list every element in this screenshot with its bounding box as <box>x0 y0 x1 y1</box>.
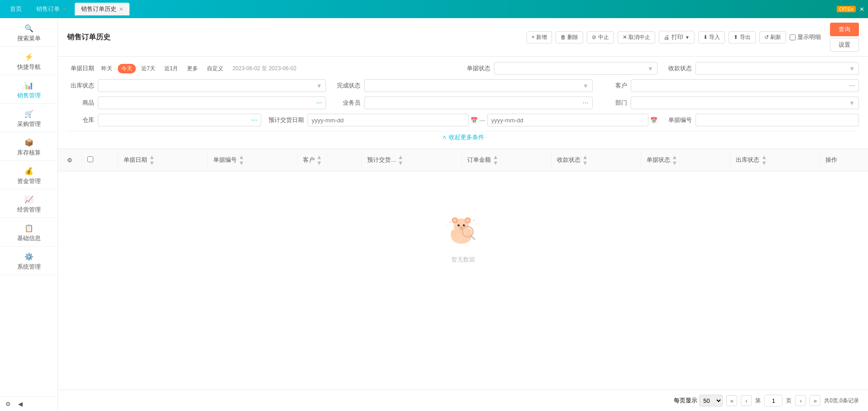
date-label: 单据日期 <box>67 64 94 73</box>
system-mgmt-icon: ⚙️ <box>24 252 34 261</box>
filter-department: 部门 ▼ <box>600 97 859 109</box>
cancel-stop-button[interactable]: ✕ 取消中止 <box>618 31 655 44</box>
first-page-button[interactable]: « <box>726 395 737 406</box>
top-bar-close-icon[interactable]: ✕ <box>859 6 864 13</box>
date-tab-more[interactable]: 更多 <box>183 64 201 73</box>
sidebar-item-operations-mgmt[interactable]: 📈 经营管理 <box>0 189 58 218</box>
export-button[interactable]: ⬆ 导出 <box>729 31 755 44</box>
stop-button[interactable]: ⊘ 中止 <box>587 31 614 44</box>
print-button[interactable]: 🖨 打印 ▼ <box>659 31 695 44</box>
pagination: 每页显示 50 100 200 « ‹ 第 页 › » 共0页,0条记录 <box>58 390 868 411</box>
refresh-button[interactable]: ↺ 刷新 <box>759 31 786 44</box>
th-payment-status[interactable]: 收款状态 ▲▼ <box>551 149 641 171</box>
page-title: 销售订单历史 <box>67 33 110 42</box>
expected-date-to[interactable] <box>487 114 648 126</box>
date-tab-custom[interactable]: 自定义 <box>203 64 227 73</box>
table-settings-icon[interactable]: ⚙ <box>63 154 76 166</box>
th-delivery-status[interactable]: 出库状态 ▲▼ <box>730 149 820 171</box>
warehouse-label: 仓库 <box>67 116 94 124</box>
th-order-status[interactable]: 单据状态 ▲▼ <box>641 149 730 171</box>
sidebar-item-finance-mgmt[interactable]: 💰 资金管理 <box>0 161 58 189</box>
prev-page-button[interactable]: ‹ <box>741 395 752 406</box>
show-detail-label: 显示明细 <box>790 33 821 41</box>
order-no-input[interactable] <box>695 114 859 126</box>
customer-ellipsis[interactable]: ··· <box>849 82 855 89</box>
filter-expected-date: 预计交货日期 📅 — 📅 <box>269 114 657 126</box>
th-date[interactable]: 单据日期 ▲▼ <box>118 149 208 171</box>
th-amount[interactable]: 订单金额 ▲▼ <box>462 149 551 171</box>
sort-delivery-status-icon: ▲▼ <box>761 154 767 166</box>
filter-date: 单据日期 昨天 今天 近7天 近1月 更多 自定义 2023-06-02 至 2… <box>67 64 456 73</box>
svg-point-7 <box>463 224 465 227</box>
warehouse-select[interactable]: ··· <box>98 114 261 126</box>
print-icon: 🖨 <box>664 34 670 41</box>
settings-button[interactable]: 设置 <box>830 38 859 52</box>
sidebar-item-inventory-check[interactable]: 📦 库存核算 <box>0 132 58 161</box>
collapse-bar[interactable]: ∧ 收起更多条件 <box>67 131 859 143</box>
warehouse-ellipsis[interactable]: ··· <box>251 116 257 124</box>
sidebar-item-sales-mgmt[interactable]: 📊 销售管理 <box>0 75 58 104</box>
page-size-select: 每页显示 50 100 200 <box>674 395 723 406</box>
tab-sales-order[interactable]: 销售订单 ✕ <box>30 3 73 15</box>
product-select[interactable]: ··· <box>98 97 326 109</box>
date-tab-1month[interactable]: 近1月 <box>161 64 182 73</box>
close-history-tab[interactable]: ✕ <box>119 6 123 12</box>
date-tab-yesterday[interactable]: 昨天 <box>98 64 116 73</box>
delivery-status-label: 出库状态 <box>67 82 94 90</box>
top-bar: 首页 销售订单 ✕ 销售订单历史 ✕ OfTEn ✕ <box>0 0 868 18</box>
salesperson-ellipsis[interactable]: ··· <box>582 99 588 106</box>
filter-order-status: 单据状态 ▼ <box>463 62 657 75</box>
delivery-status-select[interactable]: ▼ <box>98 79 326 92</box>
salesperson-select[interactable]: ··· <box>364 97 592 109</box>
tab-home[interactable]: 首页 <box>4 3 28 15</box>
sort-payment-status-icon: ▲▼ <box>582 154 588 166</box>
th-expected-date[interactable]: 预计交货... ▲▼ <box>362 149 462 171</box>
date-range: 2023-06-02 至 2023-06-02 <box>232 65 296 73</box>
page-size-label: 每页显示 <box>674 396 697 405</box>
basic-info-icon: 📋 <box>24 223 34 232</box>
sidebar-item-quick-nav[interactable]: ⚡ 快捷导航 <box>0 47 58 75</box>
sidebar-item-basic-info[interactable]: 📋 基础信息 <box>0 218 58 247</box>
sidebar-bottom: ⚙ ◀ <box>0 396 58 411</box>
department-select[interactable]: ▼ <box>631 97 859 109</box>
sort-expected-date-icon: ▲▼ <box>398 154 403 166</box>
order-status-select[interactable]: ▼ <box>494 62 657 75</box>
th-no[interactable]: 单据编号 ▲▼ <box>207 149 297 171</box>
sidebar-item-system-mgmt[interactable]: ⚙️ 系统管理 <box>0 247 58 275</box>
svg-point-9 <box>464 225 465 226</box>
top-bar-right: OfTEn ✕ <box>837 6 864 13</box>
date-tab-today[interactable]: 今天 <box>118 64 136 73</box>
th-action: 操作 <box>820 149 868 171</box>
page-size-dropdown[interactable]: 50 100 200 <box>699 395 723 406</box>
customer-select[interactable]: ··· <box>631 79 859 92</box>
next-page-button[interactable]: › <box>795 395 806 406</box>
calendar-to-icon[interactable]: 📅 <box>650 117 657 124</box>
delete-button[interactable]: 🗑 删除 <box>556 31 583 44</box>
import-button[interactable]: ⬇ 导入 <box>698 31 725 44</box>
th-customer[interactable]: 客户 ▲▼ <box>297 149 362 171</box>
sort-no-icon: ▲▼ <box>239 154 245 166</box>
svg-point-4 <box>453 218 456 222</box>
new-button[interactable]: + 新增 <box>527 31 552 44</box>
filter-row-3: 商品 ··· 业务员 ··· 部门 ▼ <box>67 97 859 109</box>
close-sales-order-tab[interactable]: ✕ <box>62 6 67 12</box>
sort-order-status-icon: ▲▼ <box>672 154 678 166</box>
sidebar-settings-icon[interactable]: ⚙ <box>5 401 11 407</box>
sidebar-item-search-menu[interactable]: 🔍 搜索菜单 <box>0 18 58 47</box>
last-page-button[interactable]: » <box>810 395 820 406</box>
page-number-input[interactable] <box>764 395 782 406</box>
completion-status-select[interactable]: ▼ <box>364 79 592 92</box>
show-detail-checkbox[interactable] <box>790 34 796 40</box>
product-ellipsis[interactable]: ··· <box>316 99 322 106</box>
sidebar-collapse-icon[interactable]: ◀ <box>18 401 23 407</box>
expected-date-label: 预计交货日期 <box>269 116 304 124</box>
date-tab-7days[interactable]: 近7天 <box>138 64 159 73</box>
query-button[interactable]: 查询 <box>830 23 859 36</box>
sidebar-item-purchase-mgmt[interactable]: 🛒 采购管理 <box>0 104 58 132</box>
payment-status-select[interactable]: ▼ <box>695 62 859 75</box>
expected-date-from[interactable] <box>307 114 469 126</box>
calendar-from-icon[interactable]: 📅 <box>470 117 478 124</box>
tab-sales-order-history[interactable]: 销售订单历史 ✕ <box>75 3 129 15</box>
select-all-checkbox[interactable] <box>87 156 93 162</box>
total-info: 共0页,0条记录 <box>824 397 859 405</box>
